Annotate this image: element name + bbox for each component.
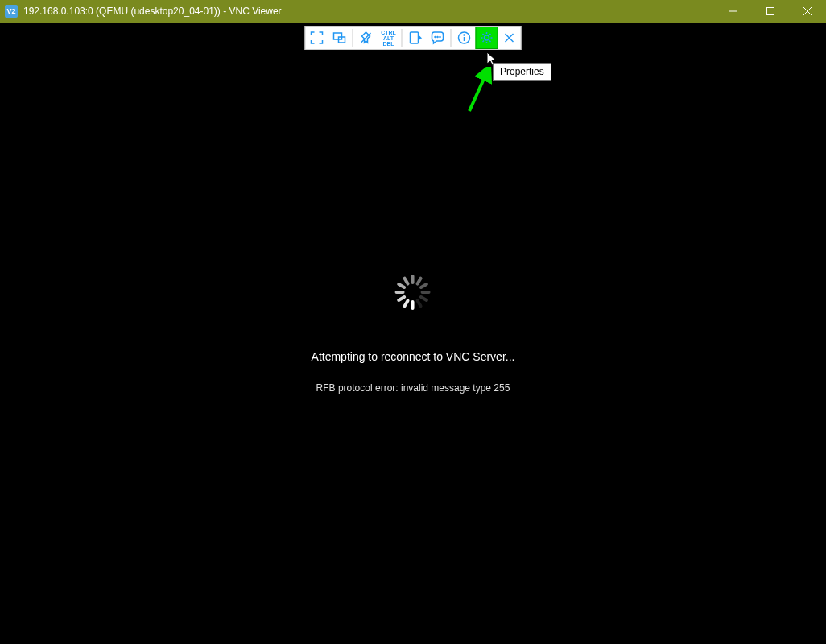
fullscreen-button[interactable] [306, 27, 328, 49]
vnc-logo-icon: V2 [5, 5, 18, 18]
window-controls [715, 0, 826, 23]
ctrl-alt-del-button[interactable]: CTRL ALT DEL [378, 27, 400, 49]
close-session-button[interactable] [498, 27, 521, 49]
toolbar-separator [402, 29, 403, 47]
window-titlebar: V2 192.168.0.103:0 (QEMU (udesktop20_04-… [0, 0, 826, 23]
toolbar-separator [451, 29, 452, 47]
info-button[interactable] [453, 27, 476, 49]
svg-point-8 [435, 37, 436, 38]
toolbar-separator [353, 29, 353, 47]
pin-button[interactable] [355, 27, 378, 49]
svg-line-17 [469, 72, 487, 111]
minimize-button[interactable] [715, 0, 752, 23]
svg-point-13 [464, 35, 465, 35]
window-scale-button[interactable] [328, 27, 351, 49]
loading-spinner-icon [394, 273, 432, 312]
svg-rect-7 [411, 32, 419, 43]
error-message: RFB protocol error: invalid message type… [316, 382, 510, 394]
vnc-toolbar: CTRL ALT DEL [305, 26, 522, 50]
svg-rect-4 [334, 33, 342, 39]
svg-point-10 [440, 37, 440, 38]
vnc-client-area: CTRL ALT DEL Properties [0, 23, 826, 644]
transfer-file-button[interactable] [404, 27, 427, 49]
properties-button[interactable] [476, 27, 498, 49]
status-message: Attempting to reconnect to VNC Server... [312, 350, 515, 363]
svg-point-9 [437, 37, 438, 38]
chat-button[interactable] [427, 27, 449, 49]
properties-tooltip: Properties [493, 63, 551, 80]
reconnect-status: Attempting to reconnect to VNC Server...… [312, 273, 515, 394]
svg-point-14 [485, 35, 489, 40]
close-window-button[interactable] [789, 0, 826, 23]
window-title: 192.168.0.103:0 (QEMU (udesktop20_04-01)… [23, 6, 282, 17]
annotation-arrow-icon [463, 67, 495, 115]
maximize-button[interactable] [752, 0, 789, 23]
svg-rect-1 [767, 8, 774, 15]
